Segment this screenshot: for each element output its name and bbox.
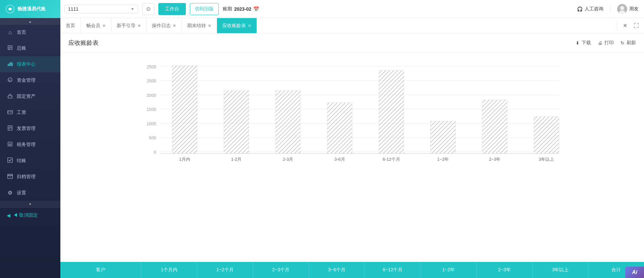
period-label: 账期 — [223, 6, 232, 12]
sidebar-item-settings[interactable]: ⚙ 设置 — [0, 185, 60, 201]
close-window-button[interactable]: ✕ — [620, 21, 630, 31]
period-value: 2023-02 — [234, 6, 251, 12]
th-3-6month: 3~6个月 — [309, 262, 365, 278]
svg-text:2500: 2500 — [147, 78, 156, 83]
tax-icon: 税 — [7, 141, 13, 148]
sidebar-label-home: 首页 — [17, 29, 26, 36]
maximize-window-button[interactable]: ⛶ — [631, 21, 641, 31]
sidebar-item-tax[interactable]: 税 税务管理 — [0, 137, 60, 153]
sidebar-label-settings: 设置 — [17, 190, 26, 196]
logo: 畅捷通易代账 — [0, 0, 60, 18]
svg-rect-50 — [379, 70, 404, 154]
fund-icon: ¥ — [7, 77, 13, 84]
workbench-button[interactable]: 工作台 — [158, 3, 186, 15]
copy-icon[interactable]: ⊙ — [142, 3, 154, 15]
headphone-icon: 🎧 — [577, 6, 583, 12]
th-1-2year: 1~2年 — [421, 262, 477, 278]
svg-text:¥: ¥ — [9, 79, 11, 82]
tab-period-end[interactable]: 期末结转 ✕ — [182, 18, 217, 33]
svg-rect-54 — [482, 100, 507, 153]
sidebar-item-checkout[interactable]: 结账 — [0, 153, 60, 169]
svg-rect-11 — [12, 63, 13, 66]
sidebar: ▲ ⌂ 首页 总账 报表中心 ¥ 资金管理 固定资产 — [0, 18, 60, 278]
svg-text:1500: 1500 — [147, 107, 156, 112]
sidebar-item-fund[interactable]: ¥ 资金管理 — [0, 72, 60, 88]
divider — [610, 6, 610, 12]
sidebar-label-report: 报表中心 — [17, 61, 36, 67]
th-1month: 1个月内 — [141, 262, 197, 278]
calendar-icon[interactable]: 📅 — [253, 6, 259, 12]
ai-label: Ai — [632, 269, 637, 275]
tab-home[interactable]: 首页 — [60, 18, 81, 33]
tab-member[interactable]: 畅会员 ✕ — [81, 18, 111, 33]
sidebar-label-checkout: 结账 — [17, 158, 26, 164]
chevron-down-icon: ▼ — [130, 7, 135, 11]
svg-text:1-2月: 1-2月 — [231, 157, 241, 162]
ai-badge[interactable]: Ai — [625, 267, 644, 278]
sidebar-label-fund: 资金管理 — [17, 77, 36, 83]
pin-label: ◀ 取消固定 — [13, 212, 38, 218]
sidebar-item-ledger[interactable]: 总账 — [0, 40, 60, 56]
sidebar-pin-toggle[interactable]: ◀ ◀ 取消固定 — [0, 207, 60, 223]
tab-period-end-close[interactable]: ✕ — [208, 23, 211, 28]
logo-text: 畅捷通易代账 — [17, 6, 46, 12]
tab-member-label: 畅会员 — [86, 23, 100, 29]
sidebar-item-fixed-assets[interactable]: 固定资产 — [0, 88, 60, 105]
sidebar-label-tax: 税务管理 — [17, 142, 36, 148]
svg-rect-23 — [8, 158, 12, 162]
tab-guide[interactable]: 新手引导 ✕ — [111, 18, 147, 33]
sidebar-item-archive[interactable]: 归档管理 — [0, 169, 60, 185]
download-button[interactable]: ⬇ 下载 — [576, 40, 591, 46]
main-layout: ▲ ⌂ 首页 总账 报表中心 ¥ 资金管理 固定资产 — [0, 18, 644, 278]
tab-member-close[interactable]: ✕ — [102, 23, 106, 28]
refresh-button[interactable]: ↻ 刷新 — [621, 40, 636, 46]
consult-area[interactable]: 🎧 人工咨询 — [577, 6, 603, 12]
user-name: 用友 — [629, 6, 639, 12]
th-customer: 客户 — [60, 262, 141, 278]
sidebar-label-invoice: 发票管理 — [17, 126, 36, 132]
checkout-icon — [7, 157, 13, 164]
svg-text:1000: 1000 — [147, 121, 156, 126]
salary-icon — [7, 109, 13, 116]
svg-rect-25 — [8, 174, 12, 176]
th-3year-plus: 3年以上 — [533, 262, 589, 278]
th-2-3month: 2~3个月 — [253, 262, 309, 278]
svg-rect-15 — [8, 111, 12, 114]
avatar — [617, 4, 627, 14]
tab-log-label: 操作日志 — [152, 23, 171, 29]
tab-aging-close[interactable]: ✕ — [248, 23, 251, 28]
svg-text:2-3月: 2-3月 — [283, 157, 293, 162]
sidebar-label-ledger: 总账 — [17, 45, 26, 51]
tab-aging[interactable]: 应收账龄表 ✕ — [217, 18, 257, 33]
tab-guide-close[interactable]: ✕ — [138, 23, 141, 28]
svg-rect-42 — [172, 66, 197, 153]
svg-text:6-12个月: 6-12个月 — [383, 157, 400, 162]
user-area[interactable]: 用友 — [617, 4, 639, 14]
report-icon — [7, 61, 13, 68]
sidebar-item-report[interactable]: 报表中心 — [0, 56, 60, 72]
sidebar-item-home[interactable]: ⌂ 首页 — [0, 25, 60, 40]
svg-text:2500: 2500 — [147, 64, 156, 69]
tab-log-close[interactable]: ✕ — [173, 23, 176, 28]
page-actions: ⬇ 下载 🖨 打印 ↻ 刷新 — [576, 40, 636, 46]
svg-rect-46 — [276, 91, 301, 154]
print-icon: 🖨 — [598, 40, 602, 46]
scroll-down-icon[interactable]: ▼ — [0, 201, 60, 207]
tab-aging-label: 应收账龄表 — [222, 23, 246, 29]
sidebar-item-salary[interactable]: 工资 — [0, 105, 60, 121]
tab-log[interactable]: 操作日志 ✕ — [147, 18, 182, 33]
tab-guide-label: 新手引导 — [117, 23, 136, 29]
logo-icon — [5, 4, 15, 14]
th-1-2month: 1~2个月 — [197, 262, 253, 278]
download-label: 下载 — [582, 40, 591, 46]
company-select[interactable]: 1111 ▼ — [64, 5, 138, 13]
print-button[interactable]: 🖨 打印 — [598, 40, 614, 46]
svg-text:税: 税 — [9, 143, 11, 146]
sidebar-item-invoice[interactable]: 发票管理 — [0, 121, 60, 137]
switch-button[interactable]: 切到旧版 — [190, 3, 219, 15]
svg-text:500: 500 — [149, 135, 156, 140]
scroll-up-icon[interactable]: ▲ — [0, 18, 60, 25]
header-right: 🎧 人工咨询 用友 — [577, 4, 639, 14]
table-header: 客户 1个月内 1~2个月 2~3个月 3~6个月 6~12个月 1~2年 2~… — [60, 262, 644, 278]
aging-chart: 0 500 1000 1500 2000 2500 2500 1 — [74, 59, 631, 173]
